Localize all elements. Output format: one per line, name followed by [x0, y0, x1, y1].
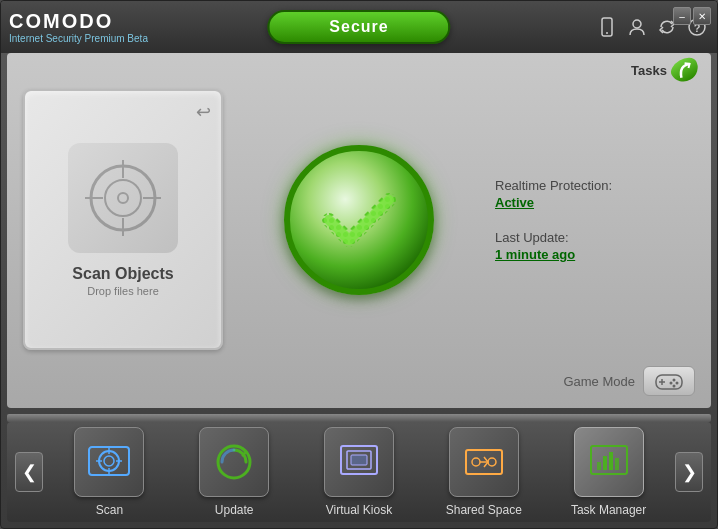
- game-mode-button[interactable]: [643, 366, 695, 396]
- logo-sub: Internet Security Premium Beta: [9, 33, 148, 44]
- toolbar-arrow-left[interactable]: ❮: [15, 452, 43, 492]
- toolbar-arrow-right[interactable]: ❯: [675, 452, 703, 492]
- back-arrow-icon: ↩: [196, 101, 211, 123]
- toolbar-label-update: Update: [215, 503, 254, 517]
- secure-button[interactable]: Secure: [267, 10, 450, 44]
- svg-rect-38: [609, 452, 613, 470]
- toolbar-label-shared: Shared Space: [446, 503, 522, 517]
- close-button[interactable]: ✕: [693, 7, 711, 25]
- svg-point-6: [105, 180, 141, 216]
- tasks-label: Tasks: [631, 63, 667, 78]
- scan-objects-title: Scan Objects: [72, 265, 173, 283]
- toolbar-label-kiosk: Virtual Kiosk: [326, 503, 392, 517]
- taskmanager-icon-box: [574, 427, 644, 497]
- tasks-bar: Tasks: [7, 53, 711, 81]
- titlebar-center: Secure: [267, 10, 450, 44]
- bottom-toolbar: ❮ Scan: [7, 422, 711, 522]
- realtime-value[interactable]: Active: [495, 195, 695, 210]
- tasks-button[interactable]: Tasks: [631, 59, 699, 81]
- kiosk-icon-box: [324, 427, 394, 497]
- lastupdate-value[interactable]: 1 minute ago: [495, 247, 695, 262]
- svg-rect-39: [615, 458, 619, 470]
- bottom-divider: [7, 414, 711, 422]
- svg-rect-37: [603, 456, 607, 470]
- svg-rect-30: [351, 455, 367, 465]
- taskmanager-toolbar-icon: [587, 442, 631, 482]
- logo-comodo: COMODO: [9, 10, 148, 33]
- toolbar-item-update[interactable]: Update: [184, 427, 284, 517]
- update-toolbar-icon: [212, 440, 256, 484]
- window-controls: – ✕: [673, 7, 711, 25]
- toolbar-label-taskmanager: Task Manager: [571, 503, 646, 517]
- svg-point-17: [676, 382, 679, 385]
- update-icon-box: [199, 427, 269, 497]
- lastupdate-label: Last Update:: [495, 230, 695, 245]
- svg-point-18: [670, 382, 673, 385]
- shield-area: [233, 89, 485, 350]
- kiosk-toolbar-icon: [337, 442, 381, 482]
- game-mode-label: Game Mode: [563, 374, 635, 389]
- toolbar-item-kiosk[interactable]: Virtual Kiosk: [309, 427, 409, 517]
- scan-icon-box: [74, 427, 144, 497]
- toolbar-item-shared[interactable]: Shared Space: [434, 427, 534, 517]
- shared-icon-box: [449, 427, 519, 497]
- svg-point-7: [118, 193, 128, 203]
- titlebar: COMODO Internet Security Premium Beta Se…: [1, 1, 717, 53]
- svg-point-19: [673, 385, 676, 388]
- minimize-button[interactable]: –: [673, 7, 691, 25]
- svg-point-16: [673, 379, 676, 382]
- svg-point-32: [472, 458, 480, 466]
- gamepad-icon: [654, 371, 684, 391]
- svg-rect-36: [597, 462, 601, 470]
- toolbar-item-scan[interactable]: Scan: [59, 427, 159, 517]
- svg-point-33: [488, 458, 496, 466]
- toolbar-item-taskmanager[interactable]: Task Manager: [559, 427, 659, 517]
- scan-icon-wrapper: [68, 143, 178, 253]
- realtime-row: Realtime Protection: Active: [495, 178, 695, 210]
- lastupdate-row: Last Update: 1 minute ago: [495, 230, 695, 262]
- svg-point-1: [606, 32, 608, 34]
- shield-button[interactable]: [284, 145, 434, 295]
- svg-point-2: [633, 20, 641, 28]
- logo: COMODO Internet Security Premium Beta: [9, 10, 148, 44]
- game-mode-bar: Game Mode: [7, 366, 711, 408]
- shared-toolbar-icon: [462, 442, 506, 482]
- scan-toolbar-icon: [86, 443, 132, 481]
- main-window: COMODO Internet Security Premium Beta Se…: [0, 0, 718, 529]
- toolbar-label-scan: Scan: [96, 503, 123, 517]
- phone-icon[interactable]: [595, 15, 619, 39]
- center-panel: ↩ Scan Objects Drop files here: [7, 81, 711, 366]
- info-panel: Realtime Protection: Active Last Update:…: [495, 89, 695, 350]
- main-content: Tasks ↩: [7, 53, 711, 408]
- toolbar-items: Scan Update: [43, 427, 675, 517]
- user-icon[interactable]: [625, 15, 649, 39]
- scan-objects-box[interactable]: ↩ Scan Objects Drop files here: [23, 89, 223, 350]
- svg-point-22: [104, 456, 114, 466]
- scan-objects-sub: Drop files here: [87, 285, 159, 297]
- realtime-label: Realtime Protection:: [495, 178, 695, 193]
